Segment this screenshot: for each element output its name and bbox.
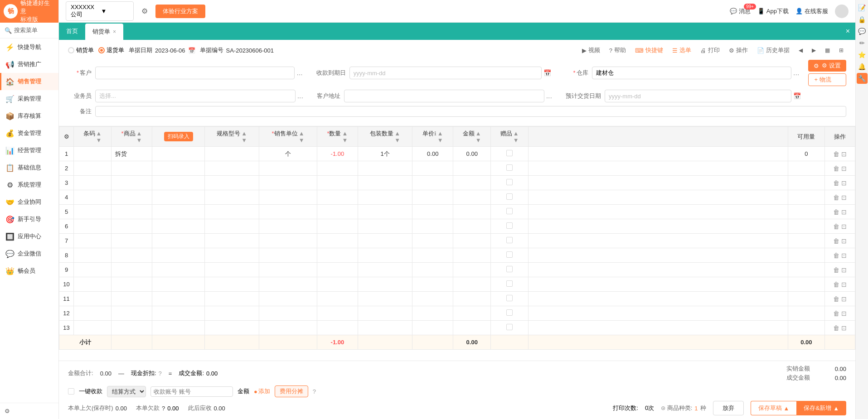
payment-due-calendar[interactable]: 📅 xyxy=(543,69,551,77)
expected-date-calendar[interactable]: 📅 xyxy=(793,92,801,100)
expected-date-input[interactable]: yyyy-mm-dd xyxy=(605,90,791,102)
gift-checkbox-8[interactable] xyxy=(506,266,513,272)
sidebar-item-basic[interactable]: 📋 基础信息 xyxy=(0,159,58,176)
customer-input[interactable] xyxy=(95,67,295,79)
customer-dots[interactable]: ... xyxy=(296,69,302,77)
nav-prev-btn[interactable]: ◀ xyxy=(796,46,805,54)
grid-view-btn[interactable]: ▦ xyxy=(822,46,833,54)
delete-icon-1[interactable]: 🗑 xyxy=(833,165,839,172)
delete-icon-8[interactable]: 🗑 xyxy=(833,266,839,274)
note-input[interactable] xyxy=(95,106,846,117)
sidebar-item-marketing[interactable]: 📢 营销推广 xyxy=(0,56,58,73)
tab-home[interactable]: 首页 xyxy=(59,23,85,40)
delete-icon-12[interactable]: 🗑 xyxy=(833,324,839,332)
right-panel-edit[interactable]: ✏ xyxy=(857,38,868,48)
gift-checkbox-12[interactable] xyxy=(506,324,513,330)
operation-btn[interactable]: ⚙ 操作 xyxy=(726,45,751,55)
sidebar-search[interactable]: 🔍 搜索菜单 xyxy=(0,23,58,39)
stat-owed-help[interactable]: ? xyxy=(162,405,165,412)
sidebar-item-member[interactable]: 👑 畅会员 xyxy=(0,262,58,279)
customer-addr-input[interactable] xyxy=(344,90,544,102)
save-new-btn[interactable]: 保存&新增 ▲ xyxy=(796,401,846,415)
discount-help-icon[interactable]: ? xyxy=(159,370,162,377)
company-selector[interactable]: XXXXXX公司 ▼ xyxy=(66,1,134,21)
topbar-settings-btn[interactable]: ⚙ xyxy=(138,5,151,18)
right-panel-star[interactable]: ⭐ xyxy=(857,49,868,60)
select-btn[interactable]: ☰ 选单 xyxy=(669,45,694,55)
gift-checkbox-3[interactable] xyxy=(506,193,513,200)
copy-icon-9[interactable]: ⊡ xyxy=(841,281,847,288)
copy-icon-3[interactable]: ⊡ xyxy=(841,194,847,201)
app-download-btn[interactable]: 📱 App下载 xyxy=(757,7,789,15)
gift-checkbox-0[interactable] xyxy=(506,150,513,156)
gift-checkbox-2[interactable] xyxy=(506,179,513,185)
message-btn[interactable]: 💬 消息 99+ xyxy=(730,7,751,15)
save-draft-btn[interactable]: 保存草稿 ▲ xyxy=(751,401,797,415)
sidebar-item-app-center[interactable]: 🔲 应用中心 xyxy=(0,228,58,245)
delete-icon-6[interactable]: 🗑 xyxy=(833,237,839,245)
right-panel-lock[interactable]: 🔒 xyxy=(857,14,868,25)
right-panel-orange[interactable]: 🔧 xyxy=(857,73,868,84)
sidebar-item-wechat[interactable]: 💬 企业微信 xyxy=(0,245,58,262)
warehouse-dots[interactable]: ... xyxy=(793,69,799,77)
copy-icon-2[interactable]: ⊡ xyxy=(841,179,847,187)
copy-icon-6[interactable]: ⊡ xyxy=(841,237,847,245)
copy-icon-12[interactable]: ⊡ xyxy=(841,324,847,332)
payment-method-select[interactable]: 结算方式 xyxy=(107,386,146,397)
delete-icon-0[interactable]: 🗑 xyxy=(833,150,839,158)
calendar-icon[interactable]: 📅 xyxy=(188,47,195,54)
fee-help-icon[interactable]: ? xyxy=(313,388,316,395)
copy-icon-7[interactable]: ⊡ xyxy=(841,252,847,259)
sidebar-item-sales[interactable]: 🏠 销售管理 xyxy=(0,73,58,90)
sidebar-item-guide[interactable]: 🎯 新手引导 xyxy=(0,211,58,228)
warehouse-input[interactable]: 建材仓 xyxy=(592,67,791,79)
sidebar-settings[interactable]: ⚙ xyxy=(0,403,58,419)
history-btn[interactable]: 📄 历史单据 xyxy=(754,45,792,55)
sidebar-item-enterprise[interactable]: 🤝 企业协同 xyxy=(0,193,58,211)
gift-checkbox-7[interactable] xyxy=(506,251,513,258)
copy-icon-11[interactable]: ⊡ xyxy=(841,310,847,317)
gift-checkbox-10[interactable] xyxy=(506,295,513,301)
col-settings[interactable]: ⚙ xyxy=(59,127,74,147)
close-all-tabs-btn[interactable]: × xyxy=(840,27,855,35)
sidebar-item-system[interactable]: ⚙ 系统管理 xyxy=(0,176,58,193)
delete-icon-11[interactable]: 🗑 xyxy=(833,310,839,317)
gift-checkbox-4[interactable] xyxy=(506,208,513,214)
payment-due-input[interactable]: yyyy-mm-dd xyxy=(349,67,542,79)
account-input[interactable] xyxy=(150,386,233,397)
radio-return[interactable]: 退货单 xyxy=(98,46,124,54)
help-btn[interactable]: ? 帮助 xyxy=(606,45,629,55)
sidebar-item-finance[interactable]: 💰 资金管理 xyxy=(0,125,58,142)
gift-checkbox-1[interactable] xyxy=(506,164,513,171)
right-panel-note[interactable]: 📝 xyxy=(857,2,868,13)
scan-btn[interactable]: 扫码录入 xyxy=(164,132,193,141)
copy-icon-0[interactable]: ⊡ xyxy=(841,150,847,158)
fee-btn[interactable]: 费用分摊 xyxy=(275,385,308,397)
gift-checkbox-9[interactable] xyxy=(506,280,513,287)
online-service-btn[interactable]: 👤 在线客服 xyxy=(795,7,828,15)
sidebar-item-inventory[interactable]: 📦 库存核算 xyxy=(0,107,58,125)
delete-icon-7[interactable]: 🗑 xyxy=(833,252,839,259)
gift-checkbox-5[interactable] xyxy=(506,222,513,229)
delete-icon-5[interactable]: 🗑 xyxy=(833,223,839,230)
gift-checkbox-6[interactable] xyxy=(506,237,513,243)
delete-icon-4[interactable]: 🗑 xyxy=(833,208,839,216)
delete-icon-9[interactable]: 🗑 xyxy=(833,281,839,288)
salesperson-input[interactable]: 选择... xyxy=(95,90,296,102)
gift-checkbox-11[interactable] xyxy=(506,309,513,316)
delete-icon-2[interactable]: 🗑 xyxy=(833,179,839,187)
copy-icon-10[interactable]: ⊡ xyxy=(841,295,847,303)
grid2-view-btn[interactable]: ⊞ xyxy=(836,46,846,54)
sidebar-item-quick-nav[interactable]: ⚡ 快捷导航 xyxy=(0,39,58,56)
sidebar-item-purchase[interactable]: 🛒 采购管理 xyxy=(0,90,58,107)
tab-sales-order[interactable]: 销货单 × xyxy=(85,24,123,40)
copy-icon-4[interactable]: ⊡ xyxy=(841,208,847,216)
shortcut-btn[interactable]: ⌨ 快捷键 xyxy=(632,45,666,55)
print-btn[interactable]: 🖨 打印 xyxy=(698,45,723,55)
user-avatar[interactable] xyxy=(835,5,849,18)
delete-icon-3[interactable]: 🗑 xyxy=(833,194,839,201)
video-btn[interactable]: ▶ 视频 xyxy=(579,45,603,55)
payment-checkbox[interactable] xyxy=(68,388,74,395)
right-panel-chat[interactable]: 💬 xyxy=(857,26,868,37)
salesperson-dots[interactable]: ... xyxy=(297,92,303,100)
